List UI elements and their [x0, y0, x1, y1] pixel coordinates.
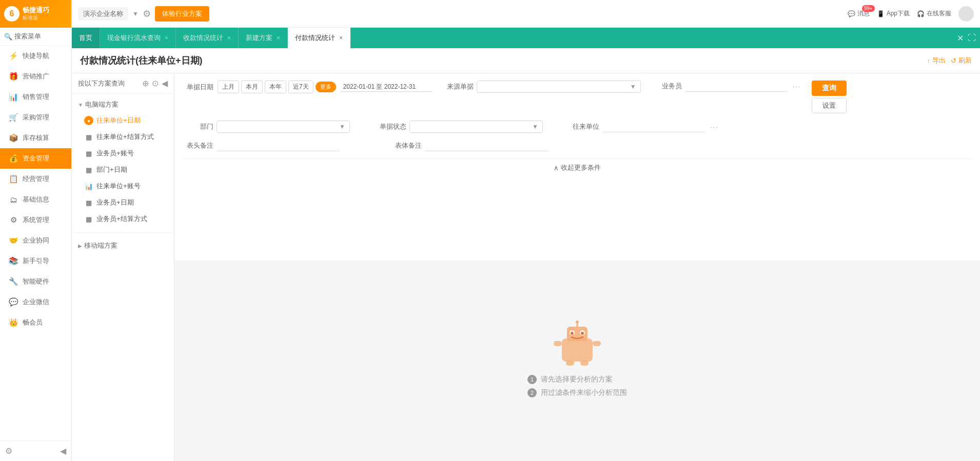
- voucher-status-select[interactable]: ▼: [409, 121, 543, 133]
- sidebar-item-beginner[interactable]: 📚 新手引导: [0, 251, 71, 271]
- filter-row-1: 单据日期 上月 本月 本年 近7天 更多: [183, 81, 972, 113]
- sidebar-item-sales[interactable]: 📊 销售管理: [0, 87, 71, 107]
- sidebar-item-smart-hw[interactable]: 🔧 智能硬件: [0, 271, 71, 292]
- sidebar-item-wechat[interactable]: 💬 企业微信: [0, 292, 71, 312]
- scheme-section-desktop: ▼ 电脑端方案 ● 往来单位+日期 ▦ 往来单位+结算方式 ▦: [72, 94, 174, 230]
- refresh-label: 刷新: [958, 56, 972, 65]
- scheme-item-unit-date[interactable]: ● 往来单位+日期: [72, 112, 174, 129]
- sidebar-item-purchase[interactable]: 🛒 采购管理: [0, 107, 71, 128]
- scheme-item-unit-settlement[interactable]: ▦ 往来单位+结算方式: [72, 129, 174, 145]
- query-area: 按以下方案查询 ⊕ ⊙ ◀ ▼ 电脑端方案 ●: [72, 73, 980, 461]
- staff-account-icon: ▦: [84, 149, 93, 158]
- export-btn[interactable]: ↑ 导出: [927, 56, 946, 65]
- user-avatar[interactable]: [958, 6, 974, 22]
- source-filter-label: 来源单据: [443, 82, 474, 91]
- tab-bank-flow[interactable]: 现金银行流水查询 ×: [100, 28, 176, 48]
- sidebar-item-label: 销售管理: [23, 92, 49, 102]
- tab-receipt-stats-close[interactable]: ×: [227, 34, 231, 42]
- filter-settings-btn[interactable]: 设置: [812, 98, 847, 113]
- refresh-btn[interactable]: ↺ 刷新: [951, 56, 972, 65]
- sidebar-item-quick-nav[interactable]: ⚡ 快捷导航: [0, 46, 71, 66]
- table-body-note-input[interactable]: [425, 140, 548, 151]
- sales-icon: 📊: [8, 92, 18, 102]
- scheme-panel: 按以下方案查询 ⊕ ⊙ ◀ ▼ 电脑端方案 ●: [72, 73, 174, 461]
- sidebar-footer: ⚙ ◀: [0, 440, 71, 461]
- table-header-note-input[interactable]: [217, 140, 340, 151]
- unit-account-icon: 📊: [84, 182, 93, 191]
- company-dropdown-icon[interactable]: ▼: [132, 10, 139, 17]
- table-header-note-group: 表头备注: [183, 140, 340, 151]
- online-service-btn[interactable]: 🎧 在线客服: [917, 9, 951, 18]
- scheme-item-dept-date[interactable]: ▦ 部门+日期: [72, 162, 174, 178]
- sidebar-item-operation[interactable]: 📋 经营管理: [0, 169, 71, 189]
- collapse-btn[interactable]: ∧ 收起更多条件: [554, 163, 601, 172]
- tab-payment-stats-close[interactable]: ×: [339, 34, 343, 42]
- date-btn-this-month[interactable]: 本月: [241, 81, 263, 93]
- scheme-item-label: 业务员+结算方式: [96, 214, 147, 224]
- query-settings-btns: 查询 设置: [812, 81, 847, 113]
- tab-expand-btn[interactable]: ⛶: [968, 33, 976, 43]
- sidebar-item-system[interactable]: ⚙ 系统管理: [0, 210, 71, 230]
- staff-more-btn[interactable]: ···: [793, 83, 801, 90]
- staff-input[interactable]: [685, 81, 788, 92]
- sidebar-item-basic-info[interactable]: 🗂 基础信息: [0, 189, 71, 210]
- dept-select[interactable]: ▼: [217, 121, 350, 133]
- search-menu[interactable]: 🔍 搜索菜单: [0, 28, 71, 46]
- tip-num-1: 1: [527, 375, 537, 384]
- message-icon: 💬: [848, 10, 855, 17]
- tab-close-all-btn[interactable]: ✕: [957, 33, 964, 43]
- trial-btn[interactable]: 体验行业方案: [155, 6, 209, 22]
- scheme-item-staff-date[interactable]: ▦ 业务员+日期: [72, 194, 174, 211]
- sidebar-item-label: 营销推广: [23, 72, 49, 81]
- scheme-add-btn[interactable]: ⊕: [142, 78, 149, 88]
- tab-home[interactable]: 首页: [72, 28, 100, 48]
- date-btn-last7[interactable]: 近7天: [288, 81, 313, 93]
- sidebar-item-capital[interactable]: 💰 资金管理: [0, 148, 71, 169]
- page-header: 付款情况统计(往来单位+日期) ↑ 导出 ↺ 刷新: [72, 48, 980, 73]
- counterpart-more-btn[interactable]: ···: [710, 123, 719, 131]
- date-btn-more[interactable]: 更多: [316, 82, 336, 92]
- footer-settings-btn[interactable]: ⚙: [5, 446, 12, 456]
- sidebar-item-inventory[interactable]: 📦 库存核算: [0, 128, 71, 148]
- tab-payment-stats[interactable]: 付款情况统计 ×: [288, 28, 350, 48]
- date-btn-this-year[interactable]: 本年: [265, 81, 286, 93]
- scheme-item-label: 往来单位+账号: [96, 182, 141, 191]
- date-btn-last-month[interactable]: 上月: [218, 81, 239, 93]
- desktop-section-label: 电脑端方案: [85, 100, 119, 109]
- tab-new-scheme[interactable]: 新建方案 ×: [239, 28, 288, 48]
- sidebar-collapse-btn[interactable]: ◀: [60, 446, 66, 456]
- sidebar-item-label: 采购管理: [23, 113, 49, 122]
- scheme-item-unit-account[interactable]: 📊 往来单位+账号: [72, 178, 174, 194]
- tab-receipt-stats[interactable]: 收款情况统计 ×: [176, 28, 239, 48]
- source-filter-group: 来源单据 ▼: [443, 81, 641, 93]
- headset-icon: 🎧: [917, 10, 925, 17]
- message-btn[interactable]: 💬 消息 99+: [848, 9, 870, 18]
- table-header-note-label: 表头备注: [183, 141, 213, 150]
- source-select[interactable]: ▼: [477, 81, 641, 93]
- scheme-item-staff-account[interactable]: ▦ 业务员+账号: [72, 145, 174, 162]
- counterpart-input[interactable]: [602, 121, 705, 132]
- tip-text-2: 用过滤条件来缩小分析范围: [541, 388, 627, 397]
- scheme-section-desktop-header[interactable]: ▼ 电脑端方案: [72, 97, 174, 112]
- scheme-collapse-btn[interactable]: ◀: [162, 78, 168, 88]
- sidebar-item-member[interactable]: 👑 畅会员: [0, 312, 71, 333]
- app-download-btn[interactable]: 📱 App下载: [877, 9, 910, 18]
- scheme-item-label: 往来单位+结算方式: [96, 132, 154, 142]
- scheme-settings-btn[interactable]: ⊙: [152, 78, 159, 88]
- tab-bank-flow-close[interactable]: ×: [165, 34, 168, 42]
- sidebar-item-marketing[interactable]: 🎁 营销推广: [0, 66, 71, 87]
- topbar-settings-icon[interactable]: ⚙: [143, 8, 151, 19]
- query-btn[interactable]: 查询: [812, 81, 847, 96]
- page-content: 付款情况统计(往来单位+日期) ↑ 导出 ↺ 刷新 按: [72, 48, 980, 461]
- staff-input-container: [685, 81, 788, 92]
- scheme-item-staff-settlement[interactable]: ▦ 业务员+结算方式: [72, 211, 174, 227]
- scheme-section-mobile-header[interactable]: ▶ 移动端方案: [72, 238, 174, 253]
- company-name[interactable]: 演示企业名称: [78, 7, 128, 21]
- empty-tips: 1 请先选择要分析的方案 2 用过滤条件来缩小分析范围: [527, 375, 627, 402]
- tab-new-scheme-close[interactable]: ×: [277, 34, 280, 42]
- system-icon: ⚙: [8, 215, 18, 225]
- sidebar-item-enterprise[interactable]: 🤝 企业协同: [0, 230, 71, 251]
- purchase-icon: 🛒: [8, 112, 18, 123]
- mobile-section-label: 移动端方案: [84, 241, 117, 250]
- date-range-input[interactable]: [340, 82, 433, 92]
